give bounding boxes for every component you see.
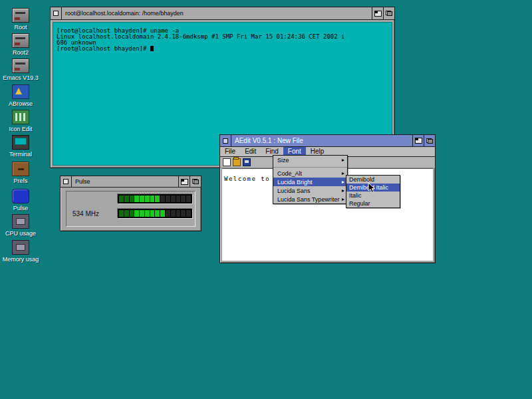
close-gadget-icon[interactable] [51, 7, 62, 19]
depth-gadget-icon[interactable] [383, 7, 394, 19]
desktop-icon-cpu-usage[interactable]: CPU usage [1, 214, 40, 237]
font-menu-item-size[interactable]: Size▸ [273, 156, 347, 164]
led-segment [134, 210, 139, 217]
led-segment [181, 210, 186, 217]
led-segment [145, 196, 150, 202]
menu-edit[interactable]: Edit [240, 147, 261, 156]
icon-label: Pulse [13, 205, 29, 211]
led-segment [124, 196, 129, 202]
desktop-icon-pulse[interactable]: Pulse [1, 189, 40, 211]
terminal-prompt-line: [root@localhost bhayden]# [57, 46, 388, 52]
desktop-icon-emacs[interactable]: Emacs V19.3 [1, 59, 40, 81]
mouse-cursor-icon [368, 182, 376, 197]
icon-label: ABrowse [9, 100, 33, 107]
browser-icon [12, 84, 29, 99]
icon-label: Prefs [13, 178, 27, 184]
depth-gadget-icon[interactable] [190, 176, 201, 187]
submenu-arrow-icon: ▸ [342, 197, 344, 202]
led-segment [119, 196, 124, 202]
close-gadget-icon[interactable] [61, 176, 72, 187]
new-file-icon[interactable] [223, 158, 231, 166]
zoom-gadget-icon[interactable] [372, 7, 383, 19]
icon-label: Terminal [9, 151, 32, 158]
font-menu-item-code-alt[interactable]: Code_Alt▸ [273, 169, 347, 178]
pulse-titlebar[interactable]: Pulse [61, 176, 201, 188]
chip-icon [12, 214, 29, 229]
led-segment [150, 196, 155, 202]
led-segment [160, 196, 165, 202]
desktop-icon-root2[interactable]: Root2 [1, 33, 40, 56]
font-menu-item-lucida-sans[interactable]: Lucida Sans▸ [273, 186, 347, 195]
menu-separator [273, 164, 347, 168]
led-segment [186, 210, 191, 217]
terminal-titlebar[interactable]: root@localhost.localdomain: /home/bhayde… [51, 7, 394, 20]
led-segment [155, 210, 160, 217]
led-segment [176, 210, 181, 217]
led-segment [134, 196, 139, 202]
cpu-speed-label: 534 MHz [72, 210, 99, 217]
icon-label: Root [14, 24, 27, 31]
led-segment [166, 196, 170, 202]
aedit-titlebar[interactable]: AEdit V0.5.1 : New File [220, 135, 435, 147]
font-menu: Size▸ Code_Alt▸ Lucida Bright▸ Lucida Sa… [273, 155, 348, 204]
submenu-arrow-icon: ▸ [342, 158, 344, 163]
cpu-load-meter [118, 194, 192, 203]
editor-icon [12, 110, 29, 124]
desktop-icon-terminal[interactable]: Terminal [1, 135, 40, 158]
desktop-icon-abrowse[interactable]: ABrowse [1, 84, 40, 107]
submenu-item-regular[interactable]: Regular [346, 200, 400, 207]
desktop-icon-icon-edit[interactable]: Icon Edit [1, 110, 40, 132]
depth-gadget-icon[interactable] [424, 135, 435, 146]
led-segment [181, 196, 186, 202]
pulse-icon [12, 189, 29, 203]
menu-file[interactable]: File [220, 147, 240, 156]
desktop-icon-memory-usage[interactable]: Memory usag [1, 240, 40, 263]
icon-label: CPU usage [5, 230, 36, 237]
submenu-arrow-icon: ▸ [342, 171, 344, 176]
terminal-icon [12, 135, 29, 150]
disk-icon [12, 8, 29, 23]
led-segment [140, 210, 144, 217]
led-segment [166, 210, 170, 217]
led-segment [171, 196, 176, 202]
led-segment [119, 210, 124, 217]
led-segment [130, 210, 134, 217]
pulse-window: Pulse 534 MHz [60, 176, 201, 231]
icon-label: Memory usag [3, 256, 39, 263]
led-segment [150, 210, 155, 217]
icon-label: Icon Edit [9, 126, 32, 132]
zoom-gadget-icon[interactable] [412, 135, 424, 146]
disk-icon [12, 33, 29, 48]
cpu-load-meter [118, 209, 192, 218]
icon-label: Emacs V19.3 [3, 74, 39, 81]
desktop-icon-prefs[interactable]: Prefs [1, 162, 40, 184]
led-segment [155, 196, 160, 202]
document-text: Welcome to [224, 176, 270, 182]
pulse-window-title: Pulse [72, 176, 178, 187]
terminal-window-title: root@localhost.localdomain: /home/bhayde… [62, 7, 372, 19]
led-segment [130, 196, 134, 202]
drawer-icon [12, 162, 29, 176]
led-segment [176, 196, 181, 202]
disk-icon [12, 59, 29, 73]
zoom-gadget-icon[interactable] [178, 176, 190, 187]
save-file-icon[interactable] [243, 158, 251, 166]
close-gadget-icon[interactable] [220, 135, 231, 146]
submenu-arrow-icon: ▸ [342, 180, 344, 185]
led-segment [124, 210, 129, 217]
terminal-line: Linux localhost.localdomain 2.4.18-6mdks… [57, 34, 388, 40]
font-menu-item-lucida-bright[interactable]: Lucida Bright▸ [273, 178, 347, 186]
icon-label: Root2 [13, 49, 29, 56]
chip-icon [12, 240, 29, 255]
submenu-arrow-icon: ▸ [342, 188, 344, 194]
led-segment [186, 196, 191, 202]
led-segment [171, 210, 176, 217]
open-file-icon[interactable] [233, 158, 241, 166]
desktop-icon-root[interactable]: Root [1, 8, 40, 31]
led-segment [140, 196, 144, 202]
led-segment [145, 210, 150, 217]
terminal-cursor [150, 46, 154, 51]
aedit-window-title: AEdit V0.5.1 : New File [231, 135, 412, 146]
led-segment [160, 210, 165, 217]
font-menu-item-lucida-sans-typewriter[interactable]: Lucida Sans Typewriter▸ [273, 195, 347, 203]
